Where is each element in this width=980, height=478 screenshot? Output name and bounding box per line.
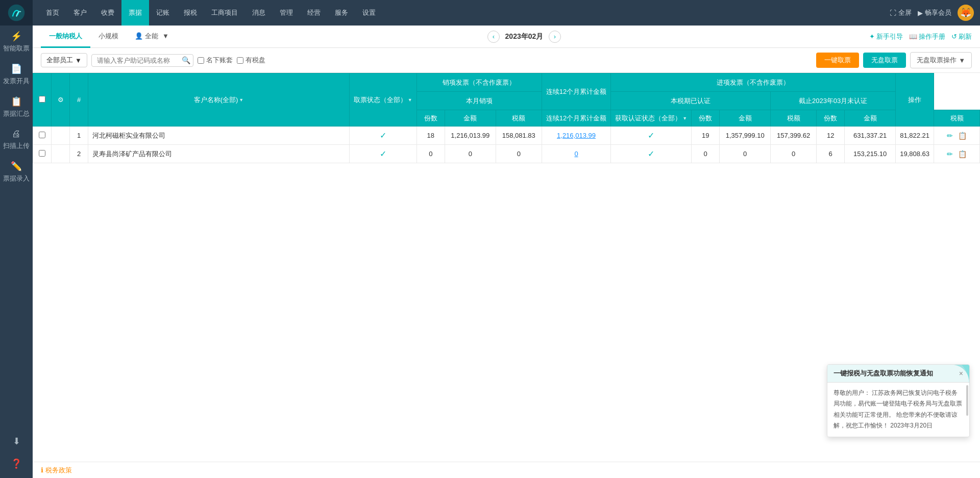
th-uncert-amount: 金额: [845, 110, 896, 127]
select-all-checkbox[interactable]: [39, 96, 45, 103]
nav-service[interactable]: 服务: [328, 0, 355, 26]
tab-general[interactable]: 一般纳税人: [41, 26, 90, 48]
nav-business[interactable]: 工商项目: [204, 0, 245, 26]
edit-icon-1[interactable]: ✏: [947, 150, 953, 158]
tax-disk-checkbox[interactable]: [237, 57, 243, 64]
sidebar-item-issue-invoice[interactable]: 📄 发票开具: [0, 58, 33, 91]
month-nav: ‹ 2023年02月 ›: [487, 31, 561, 43]
row-settings-0: [52, 127, 70, 145]
month-prev-btn[interactable]: ‹: [487, 31, 500, 43]
row-cumulative-0[interactable]: 1,216,013.99: [542, 127, 610, 145]
view-icon-0[interactable]: 📋: [958, 132, 967, 140]
row-sales-amount-0: 1,216,013.99: [445, 127, 496, 145]
nav-customer[interactable]: 客户: [66, 0, 94, 26]
row-cumulative-1[interactable]: 0: [542, 145, 610, 163]
row-name-0: 河北柯磁柜实业有限公司: [88, 127, 350, 145]
nav-message[interactable]: 消息: [245, 0, 273, 26]
view-icon-1[interactable]: 📋: [958, 150, 967, 158]
tax-disk-filter[interactable]: 有税盘: [237, 56, 265, 65]
th-purchase-num: 份数: [692, 110, 720, 127]
nav-tax[interactable]: 报税: [177, 0, 204, 26]
nav-settings[interactable]: 设置: [355, 0, 383, 26]
manual-btn[interactable]: 📖 操作手册: [909, 32, 945, 41]
sidebar-item-label: 票据汇总: [3, 109, 30, 118]
row-uncert-num-0: 12: [817, 127, 845, 145]
nav-operations[interactable]: 经营: [300, 0, 328, 26]
row-fetch-status-0: ✓: [349, 127, 416, 145]
th-uncert-tax: 税额: [934, 110, 980, 127]
sidebar-item-smart-fetch[interactable]: ⚡ 智能取票: [0, 26, 33, 58]
new-guide-btn[interactable]: ✦ 新手引导: [869, 32, 903, 41]
scan-upload-icon: 🖨: [12, 129, 21, 139]
guide-icon: ✦: [869, 33, 875, 40]
th-action: 操作: [896, 73, 934, 127]
sidebar-item-invoice-summary[interactable]: 📋 票据汇总: [0, 91, 33, 123]
sidebar: ⚡ 智能取票 📄 发票开具 📋 票据汇总 🖨 扫描上传 ✏️ 票据录入 ⬇ ❓: [0, 0, 33, 478]
notification-scrollbar[interactable]: [966, 385, 968, 416]
sidebar-help-btn[interactable]: ❓: [0, 455, 33, 473]
no-disk-btn[interactable]: 无盘取票: [863, 53, 906, 68]
sidebar-item-scan-upload[interactable]: 🖨 扫描上传: [0, 123, 33, 156]
th-sales-tax: 税额: [496, 110, 542, 127]
sidebar-item-data-entry[interactable]: ✏️ 票据录入: [0, 156, 33, 188]
member-icon: ▶: [918, 9, 923, 17]
nav-invoice[interactable]: 票据: [121, 0, 149, 26]
th-num: #: [70, 73, 88, 127]
nav-bookkeeping[interactable]: 记账: [149, 0, 177, 26]
data-entry-icon: ✏️: [11, 161, 22, 172]
issue-invoice-icon: 📄: [11, 63, 22, 74]
sidebar-download-btn[interactable]: ⬇: [0, 432, 33, 450]
row-purchase-amount-0: 1,357,999.10: [720, 127, 771, 145]
tab-general-label: 一般纳税人: [49, 32, 82, 41]
row-sales-tax-1: 0: [496, 145, 542, 163]
notification-body: 尊敬的用户： 江苏政务网已恢复访问电子税务局功能，易代账一键登陆电子税务局与无盘…: [827, 383, 969, 437]
sub-account-checkbox[interactable]: [198, 57, 204, 64]
tab-all-more[interactable]: ▼: [160, 32, 171, 40]
one-click-btn[interactable]: 一键取票: [816, 53, 859, 68]
row-uncert-tax-0: 81,822.21: [896, 127, 934, 145]
th-cumulative: 连续12个月累计金额: [542, 73, 610, 110]
fullscreen-btn[interactable]: ⛶ 全屏: [890, 8, 912, 17]
tab-all[interactable]: 👤 全能 ▼: [127, 26, 179, 48]
ops-dropdown-icon: ▼: [959, 57, 965, 64]
avatar[interactable]: 🦊: [958, 5, 974, 21]
svg-point-0: [8, 5, 24, 21]
tab-all-label: 全能: [145, 32, 158, 41]
policy-label: 税务政策: [45, 466, 72, 475]
fetch-sort[interactable]: 取票状态（全部） ▼: [354, 95, 412, 105]
no-disk-ops-btn[interactable]: 无盘取票操作 ▼: [910, 52, 972, 68]
th-cert-status[interactable]: 获取认证状态（全部） ▼: [611, 110, 692, 127]
customer-sort[interactable]: 客户名称(全部) ▼: [194, 95, 244, 105]
month-next-btn[interactable]: ›: [549, 31, 561, 43]
th-customer-name[interactable]: 客户名称(全部) ▼: [88, 73, 350, 127]
row-uncert-amount-0: 631,337.21: [845, 127, 896, 145]
th-fetch-status[interactable]: 取票状态（全部） ▼: [349, 73, 416, 127]
row-checkbox-0[interactable]: [33, 127, 52, 145]
search-input[interactable]: [91, 54, 193, 67]
th-current-month-sales: 本月销项: [416, 92, 542, 110]
notification-title: 一键报税与无盘取票功能恢复通知: [834, 369, 933, 378]
nav-home[interactable]: 首页: [39, 0, 66, 26]
refresh-btn[interactable]: ↺ 刷新: [951, 32, 972, 41]
notification-close-btn[interactable]: ×: [959, 369, 963, 378]
employee-filter-btn[interactable]: 全部员工 ▼: [41, 53, 87, 67]
row-action-1: ✏ 📋: [934, 145, 980, 163]
sidebar-item-label: 票据录入: [3, 174, 30, 183]
tax-policy-link[interactable]: ℹ 税务政策: [41, 466, 72, 475]
sidebar-logo: [0, 0, 33, 26]
row-checkbox-1[interactable]: [33, 145, 52, 163]
sub-account-filter[interactable]: 名下账套: [198, 56, 233, 65]
sidebar-item-label: 智能取票: [3, 44, 30, 53]
member-btn[interactable]: ▶ 畅享会员: [918, 8, 951, 17]
nav-billing[interactable]: 收费: [94, 0, 121, 26]
row-purchase-num-1: 0: [692, 145, 720, 163]
search-btn[interactable]: 🔍: [182, 56, 190, 64]
nav-manage[interactable]: 管理: [273, 0, 300, 26]
tabs-right-actions: ✦ 新手引导 📖 操作手册 ↺ 刷新: [869, 32, 972, 41]
edit-icon-0[interactable]: ✏: [947, 132, 953, 140]
tab-small[interactable]: 小规模: [90, 26, 127, 48]
cert-sort[interactable]: 获取认证状态（全部） ▼: [615, 114, 687, 123]
toolbar-right: 一键取票 无盘取票 无盘取票操作 ▼: [816, 52, 972, 68]
th-checkbox[interactable]: [33, 73, 52, 127]
manual-icon: 📖: [909, 33, 917, 40]
